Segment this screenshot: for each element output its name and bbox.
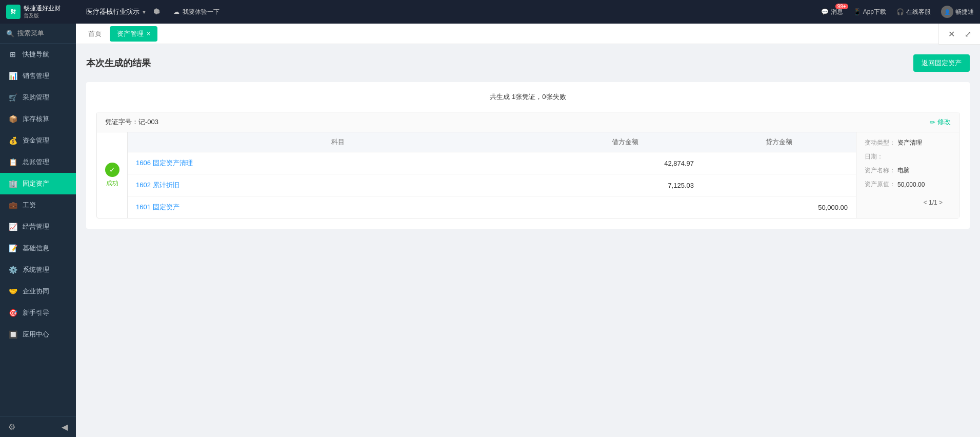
user-name: 畅捷通 — [955, 8, 974, 16]
tab-home[interactable]: 首页 — [84, 29, 106, 38]
guide-icon: 🎯 — [8, 308, 17, 317]
change-type-value: 资产清理 — [897, 138, 922, 147]
user-menu[interactable]: 👤 畅捷通 — [941, 6, 974, 18]
sidebar-footer: ⚙ ◀ — [0, 416, 76, 437]
basic-info-icon: 📝 — [8, 244, 17, 253]
success-text: 成功 — [106, 179, 118, 188]
edit-pencil-icon: ✏ — [930, 118, 935, 126]
company-name: 医疗器械行业演示 — [86, 7, 139, 16]
asset-name-label: 资产名称： — [865, 166, 895, 175]
quick-nav-icon: ⊞ — [8, 50, 17, 59]
online-support-label: 在线客服 — [906, 8, 931, 16]
sidebar-item-quick-nav[interactable]: ⊞ 快捷导航 — [0, 44, 76, 65]
message-badge: 99+ — [835, 4, 848, 9]
fixed-assets-icon: 🏢 — [8, 179, 17, 188]
avatar: 👤 — [941, 6, 953, 18]
asset-value-value: 50,000.00 — [897, 181, 925, 188]
online-support-btn[interactable]: 🎧 在线客服 — [896, 8, 931, 16]
sidebar-item-guide[interactable]: 🎯 新手引导 — [0, 302, 76, 324]
app-download-btn[interactable]: 📱 App下载 — [853, 8, 886, 16]
row2-subject: 1602 累计折旧 — [128, 174, 548, 196]
row3-credit: 50,000.00 — [702, 197, 856, 217]
date-label: 日期： — [865, 152, 883, 161]
col-credit: 贷方金额 — [702, 132, 856, 152]
settings-icon-btn[interactable] — [151, 5, 165, 19]
date-item: 日期： — [865, 152, 951, 161]
search-label: 搜索菜单 — [17, 29, 44, 38]
panel-controls: ✕ ⤢ — [938, 24, 980, 45]
message-btn[interactable]: 💬 消息 99+ — [821, 8, 843, 16]
edit-button[interactable]: ✏ 修改 — [930, 117, 951, 127]
sidebar-item-ledger[interactable]: 📋 总账管理 — [0, 151, 76, 173]
col-subject: 科目 — [128, 132, 548, 152]
footer-settings-icon[interactable]: ⚙ — [8, 422, 15, 432]
asset-value-item: 资产原值： 50,000.00 — [865, 180, 951, 189]
sidebar: 🔍 搜索菜单 ⊞ 快捷导航 📊 销售管理 🛒 采购管理 📦 库存核算 💰 资金管… — [0, 24, 76, 437]
capital-icon: 💰 — [8, 136, 17, 145]
content-area: 首页 资产管理 × 本次生成的结果 返回固定资产 共生成 1张凭证，0张失败 凭… — [76, 24, 980, 437]
app-download-label: App下载 — [863, 8, 886, 16]
page-title: 本次生成的结果 — [86, 57, 151, 69]
company-dropdown-arrow: ▼ — [142, 9, 147, 15]
change-type-label: 变动类型： — [865, 138, 895, 147]
header-right: 💬 消息 99+ 📱 App下载 🎧 在线客服 👤 畅捷通 — [821, 6, 974, 18]
table-row: 1602 累计折旧 7,125.03 — [128, 174, 856, 196]
row3-subject-link[interactable]: 1601 固定资产 — [136, 203, 179, 211]
voucher-number: 凭证字号：记-003 — [105, 117, 158, 127]
sidebar-item-sales[interactable]: 📊 销售管理 — [0, 65, 76, 87]
panel-close-btn[interactable]: ✕ — [945, 28, 957, 40]
sidebar-item-app-center[interactable]: 🔲 应用中心 — [0, 324, 76, 345]
return-button[interactable]: 返回固定资产 — [913, 54, 970, 72]
sidebar-item-label: 库存核算 — [23, 114, 49, 124]
top-header: 财 畅捷通好业财 普及版 医疗器械行业演示 ▼ ☁ 我要体验一下 💬 消息 99… — [0, 0, 980, 24]
result-card: 共生成 1张凭证，0张失败 凭证字号：记-003 ✏ 修改 — [86, 82, 970, 229]
pagination[interactable]: < 1/1 > — [865, 194, 951, 211]
voucher-header: 凭证字号：记-003 ✏ 修改 — [97, 112, 959, 132]
sidebar-item-operations[interactable]: 📈 经营管理 — [0, 216, 76, 237]
experience-btn[interactable]: ☁ 我要体验一下 — [173, 8, 219, 16]
experience-icon: ☁ — [173, 8, 179, 15]
sidebar-item-purchase[interactable]: 🛒 采购管理 — [0, 87, 76, 108]
sidebar-item-inventory[interactable]: 📦 库存核算 — [0, 108, 76, 130]
voucher-section: 凭证字号：记-003 ✏ 修改 ✓ — [96, 112, 959, 218]
support-icon: 🎧 — [896, 8, 904, 15]
logo-main-text: 畅捷通好业财 — [24, 5, 61, 13]
message-icon: 💬 — [821, 8, 829, 15]
checkmark-icon: ✓ — [109, 166, 115, 174]
sidebar-item-basic-info[interactable]: 📝 基础信息 — [0, 237, 76, 259]
logo-text: 畅捷通好业财 普及版 — [24, 5, 61, 19]
company-selector[interactable]: 医疗器械行业演示 ▼ — [86, 7, 147, 16]
page-header: 本次生成的结果 返回固定资产 — [86, 54, 970, 72]
enterprise-icon: 🤝 — [8, 287, 17, 296]
tab-asset-management[interactable]: 资产管理 × — [110, 26, 157, 42]
footer-collapse-icon[interactable]: ◀ — [62, 422, 68, 432]
col-debit: 借方金额 — [548, 132, 702, 152]
sidebar-item-label: 采购管理 — [23, 93, 49, 102]
sidebar-item-fixed-assets[interactable]: 🏢 固定资产 — [0, 173, 76, 194]
sidebar-item-enterprise[interactable]: 🤝 企业协同 — [0, 281, 76, 302]
row3-subject: 1601 固定资产 — [128, 196, 548, 218]
row3-debit — [548, 201, 702, 213]
row1-credit — [702, 157, 856, 169]
row2-credit — [702, 179, 856, 191]
sidebar-item-salary[interactable]: 💼 工资 — [0, 194, 76, 216]
asset-value-label: 资产原值： — [865, 180, 895, 189]
panel-expand-btn[interactable]: ⤢ — [962, 28, 974, 40]
sidebar-item-system[interactable]: ⚙️ 系统管理 — [0, 259, 76, 281]
page-content: 本次生成的结果 返回固定资产 共生成 1张凭证，0张失败 凭证字号：记-003 … — [76, 44, 980, 437]
sidebar-item-label: 企业协同 — [23, 287, 49, 296]
voucher-main: ✓ 成功 科目 借方金额 贷方金额 — [97, 132, 856, 218]
inventory-icon: 📦 — [8, 114, 17, 124]
row1-subject-link[interactable]: 1606 固定资产清理 — [136, 159, 193, 167]
sidebar-item-label: 销售管理 — [23, 71, 49, 81]
sidebar-item-capital[interactable]: 💰 资金管理 — [0, 130, 76, 151]
tab-close-btn[interactable]: × — [147, 30, 150, 37]
row2-debit: 7,125.03 — [548, 175, 702, 195]
sidebar-search[interactable]: 🔍 搜索菜单 — [0, 24, 76, 44]
operations-icon: 📈 — [8, 222, 17, 231]
asset-name-value: 电脑 — [897, 166, 910, 175]
row1-debit: 42,874.97 — [548, 153, 702, 173]
row2-subject-link[interactable]: 1602 累计折旧 — [136, 181, 179, 189]
search-icon: 🔍 — [6, 30, 14, 37]
success-icon: ✓ — [105, 163, 119, 177]
